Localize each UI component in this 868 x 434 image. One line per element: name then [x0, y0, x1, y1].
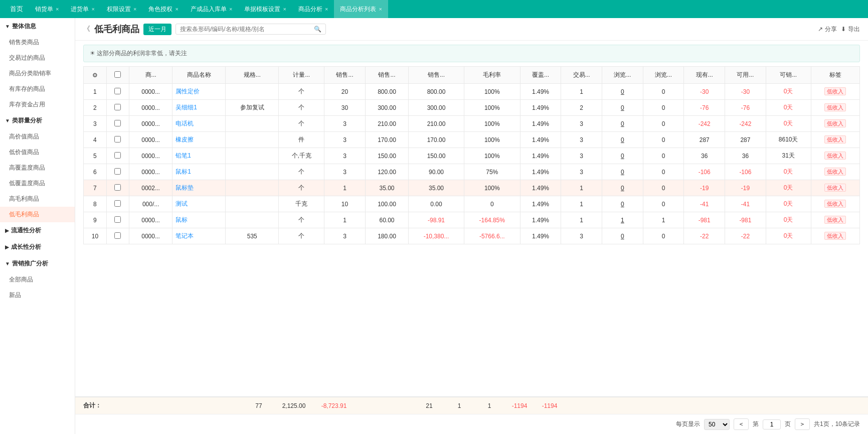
row-saleable: 8610天: [766, 132, 811, 148]
sidebar-item-low-value[interactable]: 低价值商品: [0, 144, 75, 160]
row-checkbox[interactable]: [106, 116, 129, 132]
sidebar-item-high-coverage[interactable]: 高覆盖度商品: [0, 160, 75, 176]
row-view1[interactable]: 0: [602, 148, 643, 164]
row-view1[interactable]: 0: [602, 84, 643, 100]
nav-close-sales[interactable]: ×: [54, 6, 59, 12]
row-name[interactable]: 鼠标: [172, 212, 226, 228]
sidebar-item-low-margin[interactable]: 低毛利商品: [0, 207, 75, 222]
sidebar-group-flow[interactable]: ▶ 流通性分析: [0, 222, 75, 239]
row-checkbox[interactable]: [106, 100, 129, 116]
sidebar-group-overall[interactable]: ▼ 整体信息: [0, 18, 75, 35]
row-name[interactable]: 橡皮擦: [172, 132, 226, 148]
row-view1[interactable]: 0: [602, 228, 643, 244]
row-checkbox[interactable]: [106, 164, 129, 180]
nav-permissions[interactable]: 权限设置 ×: [101, 0, 142, 18]
collapse-sidebar-button[interactable]: 《: [83, 25, 90, 34]
row-trade: 1: [561, 84, 602, 100]
row-checkbox[interactable]: [106, 132, 129, 148]
row-checkbox[interactable]: [106, 196, 129, 212]
row-name[interactable]: 属性定价: [172, 84, 226, 100]
nav-close-analysis-list[interactable]: ×: [377, 6, 382, 12]
sidebar-item-new-goods[interactable]: 新品: [0, 287, 75, 303]
search-input[interactable]: [180, 26, 312, 33]
row-name[interactable]: 电话机: [172, 116, 226, 132]
page-title: 低毛利商品: [94, 23, 139, 35]
sidebar-item-category-rate[interactable]: 商品分类助销率: [0, 66, 75, 81]
nav-close-permissions[interactable]: ×: [132, 6, 136, 12]
sidebar-item-high-value[interactable]: 高价值商品: [0, 129, 75, 144]
row-no: 4: [84, 132, 107, 148]
sidebar-item-all-goods[interactable]: 全部商品: [0, 272, 75, 287]
row-view1[interactable]: 0: [602, 100, 643, 116]
nav-purchase[interactable]: 进货单 ×: [65, 0, 100, 18]
row-view2: 1: [643, 212, 684, 228]
nav-analysis[interactable]: 商品分析 ×: [292, 0, 334, 18]
nav-product-in[interactable]: 产成品入库单 ×: [185, 0, 238, 18]
row-name[interactable]: 测试: [172, 196, 226, 212]
share-button[interactable]: ↗ 分享: [818, 25, 837, 34]
row-checkbox[interactable]: [106, 212, 129, 228]
col-view1: 浏览...: [602, 67, 643, 84]
row-name[interactable]: 鼠标1: [172, 164, 226, 180]
row-view1[interactable]: 0: [602, 116, 643, 132]
row-view1[interactable]: 0: [602, 196, 643, 212]
row-available: 287: [725, 132, 766, 148]
row-checkbox[interactable]: [106, 180, 129, 196]
row-view1[interactable]: 1: [602, 212, 643, 228]
footer-available: -1194: [535, 402, 565, 409]
sidebar-item-traded-goods[interactable]: 交易过的商品: [0, 50, 75, 66]
row-view2: 0: [643, 116, 684, 132]
row-view1[interactable]: 0: [602, 132, 643, 148]
sidebar-item-inventory-goods[interactable]: 有库存的商品: [0, 81, 75, 97]
sidebar-group-growth[interactable]: ▶ 成长性分析: [0, 239, 75, 255]
share-icon: ↗: [818, 26, 823, 33]
export-button[interactable]: ⬇ 导出: [841, 25, 860, 34]
row-view1[interactable]: 0: [602, 180, 643, 196]
sidebar-group-cluster[interactable]: ▼ 类群量分析: [0, 112, 75, 129]
sidebar-group-marketing[interactable]: ▼ 营销推广分析: [0, 255, 75, 272]
row-name[interactable]: 吴细细1: [172, 100, 226, 116]
row-view2: 0: [643, 228, 684, 244]
select-all-checkbox[interactable]: [114, 71, 121, 78]
content-area: 《 低毛利商品 近一月 🔍 ↗ 分享 ⬇ 导出 ☀ 这部分商品的利润非常低，: [75, 18, 868, 434]
page-size-select[interactable]: 50 100 200: [704, 419, 730, 430]
row-checkbox[interactable]: [106, 148, 129, 164]
table-row: 7 0002... 鼠标垫 个 1 35.00 35.00 100% 1.49%…: [84, 180, 860, 196]
row-checkbox[interactable]: [106, 84, 129, 100]
row-spec: [226, 116, 279, 132]
row-view1[interactable]: 0: [602, 164, 643, 180]
row-checkbox[interactable]: [106, 228, 129, 244]
row-sale-qty: 3: [324, 148, 366, 164]
col-settings[interactable]: ⚙: [84, 67, 107, 84]
nav-close-template[interactable]: ×: [281, 6, 286, 12]
nav-template[interactable]: 单据模板设置 ×: [238, 0, 292, 18]
row-name[interactable]: 铅笔1: [172, 148, 226, 164]
col-name: 商品名称: [172, 67, 226, 84]
nav-sales[interactable]: 销货单 ×: [29, 0, 65, 18]
sidebar-item-sales-goods[interactable]: 销售类商品: [0, 35, 75, 50]
row-view2: 0: [643, 180, 684, 196]
row-name[interactable]: 笔记本: [172, 228, 226, 244]
nav-analysis-list[interactable]: 商品分析列表 ×: [334, 0, 388, 18]
col-checkbox[interactable]: [106, 67, 129, 84]
row-gross-rate: 100%: [464, 100, 520, 116]
date-filter-button[interactable]: 近一月: [143, 24, 171, 35]
page-number-input[interactable]: [763, 419, 781, 429]
table-row: 6 0000... 鼠标1 个 3 120.00 90.00 75% 1.49%…: [84, 164, 860, 180]
nav-close-product-in[interactable]: ×: [228, 6, 232, 12]
sidebar-item-inventory-capital[interactable]: 库存资金占用: [0, 97, 75, 112]
nav-close-roles[interactable]: ×: [173, 6, 178, 12]
row-view2: 0: [643, 148, 684, 164]
row-unit: 千克: [279, 196, 324, 212]
nav-roles[interactable]: 角色授权 ×: [142, 0, 184, 18]
sidebar-item-low-coverage[interactable]: 低覆盖度商品: [0, 176, 75, 191]
row-name[interactable]: 鼠标垫: [172, 180, 226, 196]
sidebar-item-high-margin[interactable]: 高毛利商品: [0, 191, 75, 207]
nav-home[interactable]: 首页: [4, 0, 29, 18]
next-page-button[interactable]: ＞: [795, 418, 810, 430]
prev-page-button[interactable]: ＜: [734, 418, 749, 430]
nav-close-analysis[interactable]: ×: [323, 6, 328, 12]
search-icon[interactable]: 🔍: [314, 26, 321, 33]
row-coverage: 1.49%: [520, 212, 561, 228]
nav-close-purchase[interactable]: ×: [90, 6, 94, 12]
